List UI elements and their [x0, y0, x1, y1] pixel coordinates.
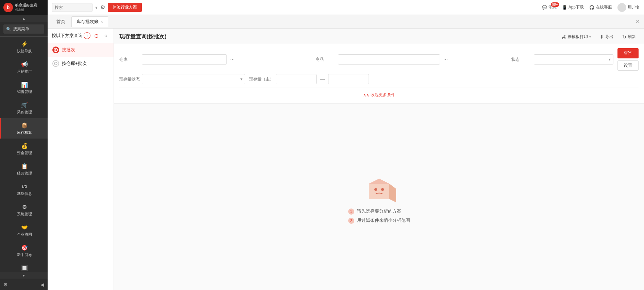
quick-nav-icon: ⚡ [21, 40, 28, 48]
empty-step-1: 1 请先选择要分析的方案 [348, 208, 410, 215]
product-input[interactable] [338, 54, 440, 65]
tab-inventory-batch[interactable]: 库存批次账 × [71, 16, 108, 27]
product-more-button[interactable]: ··· [442, 56, 449, 62]
product-filter-group: 商品 ··· [316, 54, 508, 65]
page-title: 现存量查询(按批次) [119, 33, 167, 40]
warehouse-more-button[interactable]: ··· [229, 56, 236, 62]
status-label: 状态 [511, 57, 532, 62]
sidebar-nav: ⚡ 快捷导航 📢 营销推广 📊 销售管理 🛒 采购管理 📦 库存核算 💰 资金管… [0, 37, 48, 272]
page-header: 现存量查询(按批次) 🖨 按模板打印 ▾ ⬇ 导出 ↻ 刷新 [114, 29, 644, 44]
page-actions: 🖨 按模板打印 ▾ ⬇ 导出 ↻ 刷新 [559, 33, 639, 41]
message-icon: 💬 [542, 5, 547, 10]
status-select-wrap: 全部 ▾ [534, 54, 613, 65]
stock-qty-filter-group: 现存量（主） — [249, 74, 385, 84]
app-center-icon: 🔲 [21, 264, 28, 272]
app-download-icon: 📱 [562, 5, 567, 10]
step-num-2: 2 [348, 218, 354, 224]
marketing-icon: 📢 [21, 60, 28, 68]
app-company: 畅康通好生意 [15, 3, 37, 7]
sidebar-item-enterprise[interactable]: 🤝 企业协同 [0, 220, 48, 240]
topbar-right: 💬 消息 99+ 📱 App下载 🎧 在线客服 用户名 [542, 3, 640, 12]
sidebar-item-basic-info[interactable]: 🗂 基础信息 [0, 179, 48, 200]
sidebar-item-quick-nav[interactable]: ⚡ 快捷导航 [0, 37, 48, 57]
tab-home[interactable]: 首页 [52, 16, 70, 27]
topbar-search-input[interactable] [52, 3, 92, 12]
app-download-button[interactable]: 📱 App下载 [562, 4, 584, 10]
main-area: ▾ ⚙ 体验行业方案 💬 消息 99+ 📱 App下载 🎧 在线客服 用户名 [48, 0, 644, 290]
app-edition: 标准版 [15, 8, 37, 12]
tab-close-global-icon[interactable]: ✕ [635, 18, 640, 25]
sidebar-settings-button[interactable]: ⚙ [3, 282, 8, 287]
messages-button[interactable]: 💬 消息 99+ [542, 4, 557, 10]
stock-status-select-wrap: ▾ [142, 74, 245, 84]
purchase-icon: 🛒 [21, 101, 28, 109]
svg-marker-5 [389, 184, 396, 202]
topbar-gear-icon[interactable]: ⚙ [100, 4, 105, 11]
message-badge: 99+ [551, 2, 559, 7]
online-service-button[interactable]: 🎧 在线客服 [589, 4, 612, 10]
sidebar-search-button[interactable]: 🔍 搜索菜单 [3, 24, 44, 34]
scroll-up-button[interactable]: ▲ [0, 15, 48, 22]
sidebar-item-app-center[interactable]: 🔲 应用中心 [0, 261, 48, 272]
sidebar-item-purchase[interactable]: 🛒 采购管理 [0, 98, 48, 118]
step-num-1: 1 [348, 209, 354, 215]
scheme-by-warehouse-batch[interactable]: 按仓库+批次 [48, 57, 114, 70]
topbar-chevron-icon[interactable]: ▾ [95, 5, 98, 10]
right-panel: 现存量查询(按批次) 🖨 按模板打印 ▾ ⬇ 导出 ↻ 刷新 [114, 29, 644, 290]
left-panel-header: 按以下方案查询 + ⊙ « [48, 29, 114, 43]
user-profile-button[interactable]: 用户名 [617, 3, 640, 12]
scroll-down-button[interactable]: ▼ [0, 272, 48, 279]
by-warehouse-batch-icon [52, 60, 59, 67]
stock-qty-separator: — [319, 76, 326, 82]
empty-step-2: 2 用过滤条件来缩小分析范围 [348, 217, 410, 224]
sidebar-item-inventory[interactable]: 📦 库存核算 [0, 118, 48, 139]
print-icon: 🖨 [561, 34, 566, 40]
sidebar-collapse-button[interactable]: ◀ [40, 282, 44, 287]
warehouse-filter-group: 仓库 ··· [119, 54, 311, 65]
print-button[interactable]: 🖨 按模板打印 ▾ [559, 33, 594, 41]
sidebar-item-newbie[interactable]: 🎯 新手引导 [0, 240, 48, 261]
settings-button[interactable]: 设置 [617, 60, 639, 71]
product-label: 商品 [316, 57, 336, 62]
svg-marker-4 [369, 179, 389, 184]
sidebar-item-marketing[interactable]: 📢 营销推广 [0, 57, 48, 77]
collapse-filter-button[interactable]: ∧∧ 收起更多条件 [363, 91, 395, 99]
sidebar-item-system[interactable]: ⚙ 系统管理 [0, 200, 48, 220]
filter-row-1: 仓库 ··· 商品 ··· 状态 [119, 48, 639, 71]
basic-info-icon: 🗂 [21, 183, 28, 190]
stock-status-filter-group: 现存量状态 ▾ [119, 74, 245, 84]
newbie-icon: 🎯 [21, 244, 28, 251]
stock-status-select[interactable] [142, 74, 245, 84]
add-scheme-button[interactable]: + [84, 32, 90, 39]
svg-point-1 [55, 49, 56, 51]
svg-point-9 [381, 188, 384, 191]
product-dots-icon: ··· [443, 56, 448, 62]
left-panel: 按以下方案查询 + ⊙ « 按批次 [48, 29, 114, 290]
data-area: 1 请先选择要分析的方案 2 用过滤条件来缩小分析范围 [114, 104, 644, 290]
stock-qty-to-input[interactable] [328, 74, 369, 84]
sidebar-item-operations[interactable]: 📋 经营管理 [0, 159, 48, 179]
scheme-settings-button[interactable]: ⊙ [92, 32, 100, 39]
export-button[interactable]: ⬇ 导出 [597, 33, 616, 41]
sidebar-search-container: 🔍 搜索菜单 [0, 22, 48, 37]
warehouse-input[interactable] [142, 54, 227, 65]
collapse-panel-button[interactable]: « [102, 32, 109, 39]
svg-marker-3 [369, 184, 389, 199]
status-select[interactable]: 全部 [534, 54, 613, 65]
collapse-icon: ∧∧ [363, 93, 369, 97]
refresh-icon: ↻ [622, 34, 626, 40]
status-filter-group: 状态 全部 ▾ [511, 54, 613, 65]
filter-area: 仓库 ··· 商品 ··· 状态 [114, 44, 644, 104]
sales-icon: 📊 [21, 81, 28, 88]
scheme-by-batch[interactable]: 按批次 [48, 43, 114, 57]
query-button[interactable]: 查询 [617, 48, 639, 58]
refresh-button[interactable]: ↻ 刷新 [620, 33, 639, 41]
trial-button[interactable]: 体验行业方案 [108, 3, 142, 12]
empty-state-icon [359, 170, 400, 204]
scheme-settings-icon: ⊙ [94, 33, 99, 39]
sidebar-item-sales[interactable]: 📊 销售管理 [0, 77, 48, 98]
stock-qty-from-input[interactable] [276, 74, 317, 84]
sidebar-item-finance[interactable]: 💰 资金管理 [0, 139, 48, 159]
tab-close-icon[interactable]: × [101, 19, 103, 24]
service-icon: 🎧 [589, 5, 594, 10]
